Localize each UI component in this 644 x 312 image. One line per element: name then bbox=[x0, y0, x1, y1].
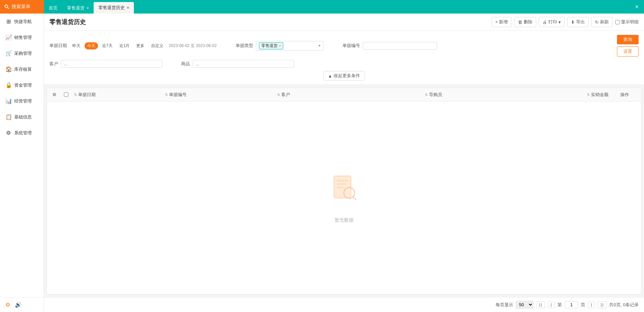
filter-actions: 查询 设置 bbox=[617, 35, 639, 57]
sort-doc-num-icon: ⇅ bbox=[165, 93, 168, 96]
date-btn-more[interactable]: 更多 bbox=[134, 42, 147, 49]
table-container: ⚙ ⇅ 单据日期 ⇅ 单据编号 ⇅ 客户 ⇅ 导购员 bbox=[47, 88, 641, 294]
customer-input[interactable] bbox=[61, 60, 162, 68]
empty-text: 暂无数据 bbox=[335, 217, 354, 223]
th-guide[interactable]: ⇅ 导购员 bbox=[422, 92, 534, 98]
refresh-icon: ↻ bbox=[595, 20, 599, 25]
date-filter-btns: 昨天 今天 近7天 近1月 更多 自定义 bbox=[70, 42, 166, 49]
page-input[interactable] bbox=[565, 301, 578, 308]
sidebar-item-purchase[interactable]: 🛒 采购管理 bbox=[0, 45, 44, 61]
sidebar-item-finance[interactable]: 🔒 资金管理 bbox=[0, 77, 44, 93]
doc-num-input[interactable] bbox=[363, 42, 437, 50]
page-last-btn[interactable]: ⟩⟩ bbox=[598, 302, 606, 308]
svg-rect-4 bbox=[337, 183, 346, 185]
tab-retail-return[interactable]: 零售退货 × bbox=[62, 3, 94, 14]
sidebar-settings-icon[interactable]: ⚙ bbox=[5, 302, 10, 308]
show-details-text: 显示明细 bbox=[621, 19, 639, 25]
filter-settings-btn[interactable]: 设置 bbox=[617, 46, 639, 57]
date-btn-last-month[interactable]: 近1月 bbox=[117, 42, 133, 49]
delete-icon: 🗑 bbox=[518, 20, 522, 25]
page-first-btn[interactable]: ⟨⟨ bbox=[536, 302, 545, 308]
purchase-icon: 🛒 bbox=[5, 50, 11, 57]
search-icon bbox=[4, 4, 9, 9]
refresh-btn-label: 刷新 bbox=[600, 19, 609, 25]
collapse-btn-label: 收起更多条件 bbox=[334, 73, 360, 79]
tab-retail-return-close[interactable]: × bbox=[87, 6, 89, 10]
finance-icon: 🔒 bbox=[5, 82, 11, 88]
date-btn-last7[interactable]: 近7天 bbox=[99, 42, 115, 49]
top-bar: 搜索菜单 首页 零售退货 × 零售退货历史 × × bbox=[0, 0, 644, 14]
svg-point-0 bbox=[5, 5, 8, 8]
window-close-btn[interactable]: × bbox=[629, 3, 644, 10]
main-layout: ⊞ 快捷导航 📈 销售管理 🛒 采购管理 🏠 库存核算 🔒 资金管理 📊 经营管… bbox=[0, 14, 644, 312]
sidebar-item-system-label: 系统管理 bbox=[14, 130, 32, 136]
sidebar-audio-icon[interactable]: 🔊 bbox=[15, 302, 22, 308]
page-header: 零售退货历史 + 新增 🗑 删除 🖨 打印 ▾ ⬇ 导出 bbox=[44, 14, 644, 31]
goods-input[interactable] bbox=[193, 60, 294, 68]
sidebar-item-operations[interactable]: 📊 经营管理 bbox=[0, 93, 44, 109]
page-size-select[interactable]: 50 10 20 100 bbox=[516, 301, 533, 309]
select-all-checkbox[interactable] bbox=[64, 92, 68, 97]
collapse-btn[interactable]: ▲ 收起更多条件 bbox=[324, 71, 364, 81]
query-btn[interactable]: 查询 bbox=[617, 35, 639, 44]
tab-retail-return-label: 零售退货 bbox=[67, 5, 85, 11]
sidebar-item-basic-info[interactable]: 📋 基础信息 bbox=[0, 109, 44, 125]
svg-line-1 bbox=[7, 7, 9, 9]
print-btn[interactable]: 🖨 打印 ▾ bbox=[539, 17, 565, 27]
table-header: ⚙ ⇅ 单据日期 ⇅ 单据编号 ⇅ 客户 ⇅ 导购员 bbox=[47, 88, 641, 102]
doc-type-tag-close[interactable]: × bbox=[279, 44, 281, 48]
add-btn[interactable]: + 新增 bbox=[492, 17, 511, 27]
sidebar-item-sales[interactable]: 📈 销售管理 bbox=[0, 29, 44, 45]
doc-type-tag: 零售退货 × bbox=[259, 42, 283, 49]
page-next-btn[interactable]: ⟩ bbox=[588, 302, 595, 308]
total-text: 共0页, 0条记录 bbox=[609, 302, 639, 308]
date-btn-yesterday[interactable]: 昨天 bbox=[70, 42, 83, 49]
show-details-label: 显示明细 bbox=[615, 19, 639, 25]
th-settings[interactable]: ⚙ bbox=[50, 92, 61, 97]
th-amount[interactable]: ⇅ 实销金额 bbox=[534, 92, 611, 98]
th-guide-label: 导购员 bbox=[429, 92, 442, 98]
tab-list: 首页 零售退货 × 零售退货历史 × bbox=[44, 0, 629, 14]
date-range-text: 2023-06-02 至 2023-06-02 bbox=[169, 43, 216, 49]
tab-home-label: 首页 bbox=[49, 5, 57, 11]
inventory-icon: 🏠 bbox=[5, 66, 11, 72]
th-action-label: 操作 bbox=[620, 92, 629, 98]
page-title: 零售退货历史 bbox=[49, 18, 86, 26]
doc-type-filter: 单据类型 零售退货 × ▾ bbox=[236, 41, 324, 51]
search-menu-btn[interactable]: 搜索菜单 bbox=[0, 0, 44, 14]
page-prev-btn[interactable]: ⟨ bbox=[548, 302, 555, 308]
sidebar-item-inventory-label: 库存核算 bbox=[14, 66, 32, 72]
print-btn-label: 打印 bbox=[548, 19, 557, 25]
show-details-checkbox[interactable] bbox=[615, 20, 620, 24]
svg-rect-5 bbox=[337, 187, 343, 188]
sidebar-item-quick-nav[interactable]: ⊞ 快捷导航 bbox=[0, 14, 44, 29]
sidebar-item-inventory[interactable]: 🏠 库存核算 bbox=[0, 61, 44, 77]
filter-row-1: 单据日期 昨天 今天 近7天 近1月 更多 自定义 2023-06-02 至 2… bbox=[49, 35, 639, 57]
sidebar-item-basic-info-label: 基础信息 bbox=[14, 114, 32, 120]
empty-svg bbox=[327, 173, 361, 206]
page-unit: 页 bbox=[581, 302, 585, 308]
date-btn-custom[interactable]: 自定义 bbox=[148, 42, 166, 49]
doc-type-select[interactable]: 零售退货 × ▾ bbox=[256, 41, 324, 51]
tab-retail-return-history-close[interactable]: × bbox=[127, 6, 129, 10]
tab-retail-return-history[interactable]: 零售退货历史 × bbox=[94, 2, 134, 14]
sidebar-item-system[interactable]: ⚙ 系统管理 bbox=[0, 125, 44, 141]
sidebar-bottom: ⚙ 🔊 bbox=[0, 297, 44, 312]
th-customer[interactable]: ⇅ 客户 bbox=[275, 92, 422, 98]
date-btn-today[interactable]: 今天 bbox=[85, 42, 98, 49]
th-checkbox[interactable] bbox=[61, 92, 71, 97]
operations-icon: 📊 bbox=[5, 98, 11, 104]
tab-home[interactable]: 首页 bbox=[44, 3, 62, 14]
quick-nav-icon: ⊞ bbox=[5, 18, 11, 25]
doc-num-label: 单据编号 bbox=[342, 43, 360, 49]
th-date[interactable]: ⇅ 单据日期 bbox=[71, 92, 162, 98]
date-filter-label: 单据日期 bbox=[49, 43, 67, 49]
th-doc-num[interactable]: ⇅ 单据编号 bbox=[162, 92, 275, 98]
filter-row-2: 客户 商品 bbox=[49, 60, 639, 68]
delete-btn[interactable]: 🗑 删除 bbox=[514, 17, 536, 27]
export-btn[interactable]: ⬇ 导出 bbox=[567, 17, 589, 27]
sort-guide-icon: ⇅ bbox=[425, 93, 428, 96]
filter-area: 单据日期 昨天 今天 近7天 近1月 更多 自定义 2023-06-02 至 2… bbox=[44, 31, 644, 85]
customer-filter: 客户 bbox=[49, 60, 162, 68]
refresh-btn[interactable]: ↻ 刷新 bbox=[591, 17, 613, 27]
